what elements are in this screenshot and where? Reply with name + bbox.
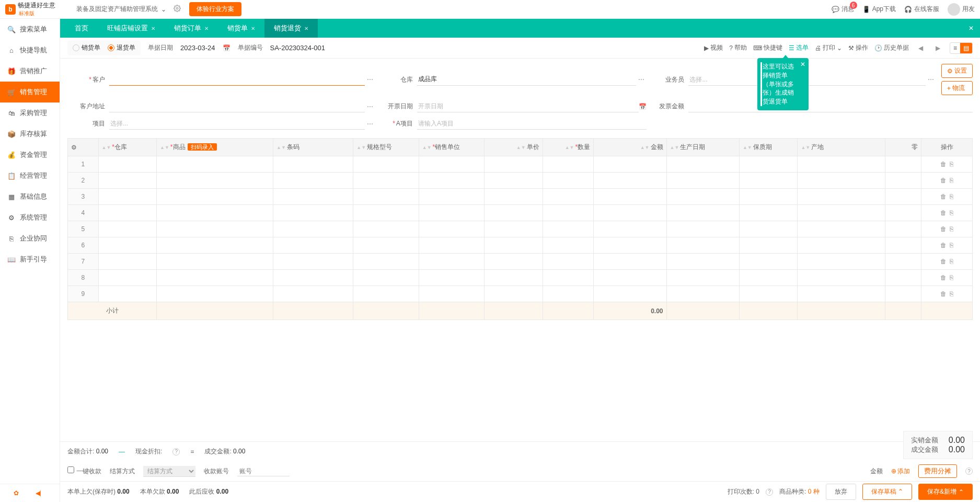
help-icon[interactable]: ? [965, 467, 973, 475]
message-button[interactable]: 💬 消息 6 [832, 5, 854, 14]
tab-shop-settings[interactable]: 旺铺店铺设置✕ [98, 19, 165, 38]
lookup-icon[interactable]: ⋯ [636, 76, 647, 83]
sidebar-item-nav[interactable]: ⌂快捷导航 [0, 40, 60, 61]
settings-icon[interactable]: ✿ [14, 489, 19, 497]
col-unit[interactable]: ▲▼*销售单位 [419, 139, 484, 156]
close-icon[interactable]: ✕ [204, 26, 209, 31]
invoice-date-input[interactable] [417, 100, 639, 112]
account-input[interactable] [237, 466, 290, 476]
fee-share-button[interactable]: 费用分摊 [918, 464, 957, 478]
copy-icon[interactable]: ⎘ [950, 177, 953, 184]
radio-sale[interactable]: 销货单 [73, 43, 100, 52]
col-spec[interactable]: ▲▼规格型号 [353, 139, 419, 156]
view-list-button[interactable]: ≡ [950, 43, 960, 53]
delete-icon[interactable]: 🗑 [940, 274, 947, 281]
copy-icon[interactable]: ⎘ [950, 225, 953, 233]
sidebar-item-guide[interactable]: 📖新手引导 [0, 249, 60, 270]
system-dropdown[interactable]: 装备及固定资产辅助管理系统 ⌄ [76, 5, 166, 14]
video-button[interactable]: ▶视频 [704, 43, 723, 52]
table-row[interactable]: 4🗑⎘ [68, 205, 973, 221]
tab-sales-return[interactable]: 销货退货✕ [264, 19, 318, 38]
address-input[interactable] [109, 100, 365, 112]
radio-return[interactable]: 退货单 [108, 43, 135, 52]
app-download-button[interactable]: 📱 App下载 [862, 5, 896, 14]
delete-icon[interactable]: 🗑 [940, 177, 947, 184]
close-icon[interactable]: ✕ [151, 26, 155, 31]
project-input[interactable] [109, 118, 365, 130]
delete-icon[interactable]: 🗑 [940, 193, 947, 200]
delete-icon[interactable]: 🗑 [940, 161, 947, 168]
save-new-button[interactable]: 保存&新增 ⌃ [918, 484, 973, 500]
table-row[interactable]: 7🗑⎘ [68, 254, 973, 270]
col-qty[interactable]: ▲▼*数量 [543, 139, 594, 156]
tab-sales-order[interactable]: 销货订单✕ [165, 19, 218, 38]
copy-icon[interactable]: ⎘ [950, 193, 953, 200]
sidebar-item-system[interactable]: ⚙系统管理 [0, 207, 60, 228]
copy-icon[interactable]: ⎘ [950, 258, 953, 265]
copy-icon[interactable]: ⎘ [950, 290, 953, 298]
view-form-button[interactable]: ▤ [960, 43, 972, 53]
experience-button[interactable]: 体验行业方案 [189, 2, 241, 16]
lookup-icon[interactable]: ⋯ [365, 76, 375, 83]
customer-input[interactable] [109, 74, 365, 86]
sidebar-item-search[interactable]: 🔍搜索菜单 [0, 19, 60, 40]
select-button[interactable]: ☰选单 这里可以选择销货单（单张或多张）生成销货退货单 ✕ [789, 43, 809, 52]
col-price[interactable]: ▲▼单价 [485, 139, 543, 156]
discard-button[interactable]: 放弃 [826, 484, 856, 500]
delete-icon[interactable]: 🗑 [940, 209, 947, 216]
online-service-button[interactable]: 🎧 在线客服 [904, 5, 939, 14]
gear-icon[interactable] [174, 5, 181, 14]
calendar-icon[interactable]: 📅 [639, 103, 647, 110]
tooltip-close-icon[interactable]: ✕ [800, 60, 805, 69]
col-product[interactable]: ▲▼*商品扫码录入 [157, 139, 273, 156]
col-warehouse[interactable]: ▲▼*仓库 [98, 139, 156, 156]
col-amount[interactable]: ▲▼金额 [594, 139, 666, 156]
help-icon[interactable]: ? [766, 488, 773, 496]
tab-home[interactable]: 首页 [65, 19, 98, 38]
oneclick-checkbox[interactable]: 一键收款 [67, 466, 101, 476]
user-menu[interactable]: 用友 [948, 3, 975, 16]
column-settings[interactable]: ⚙ [68, 139, 99, 156]
col-barcode[interactable]: ▲▼条码 [273, 139, 353, 156]
history-button[interactable]: 🕑历史单据 [874, 43, 909, 52]
close-icon[interactable]: ✕ [251, 26, 255, 31]
lookup-icon[interactable]: ⋯ [926, 76, 936, 83]
table-row[interactable]: 2🗑⎘ [68, 173, 973, 189]
copy-icon[interactable]: ⎘ [950, 242, 953, 249]
save-draft-button[interactable]: 保存草稿 ⌃ [862, 484, 912, 500]
col-shelf[interactable]: ▲▼保质期 [739, 139, 797, 156]
sidebar-item-basic[interactable]: ▦基础信息 [0, 186, 60, 207]
col-spare[interactable]: 零 [885, 139, 921, 156]
lookup-icon[interactable]: ⋯ [365, 103, 375, 110]
delete-icon[interactable]: 🗑 [940, 225, 947, 233]
sidebar-item-marketing[interactable]: 🎁营销推广 [0, 61, 60, 82]
help-icon[interactable]: ? [172, 448, 180, 455]
close-all-tabs[interactable]: ✕ [962, 25, 980, 32]
aproject-input[interactable] [417, 118, 647, 130]
table-row[interactable]: 3🗑⎘ [68, 189, 973, 205]
sidebar-item-collab[interactable]: ⎘企业协同 [0, 228, 60, 249]
calendar-icon[interactable]: 📅 [223, 44, 230, 52]
tab-sales-doc[interactable]: 销货单✕ [218, 19, 264, 38]
invoice-amount-input[interactable] [688, 100, 973, 112]
next-doc-button[interactable]: ▶ [932, 43, 943, 53]
col-origin[interactable]: ▲▼产地 [798, 139, 885, 156]
add-payment-button[interactable]: ⊕添加 [891, 467, 910, 476]
operate-button[interactable]: ⚒操作 [848, 43, 868, 52]
date-value[interactable]: 2023-03-24 [180, 44, 215, 52]
delete-icon[interactable]: 🗑 [940, 290, 947, 298]
scan-badge[interactable]: 扫码录入 [188, 143, 217, 151]
table-row[interactable]: 5🗑⎘ [68, 221, 973, 237]
collapse-icon[interactable]: ◀⎸ [36, 489, 46, 497]
delete-icon[interactable]: 🗑 [940, 258, 947, 265]
sidebar-item-inventory[interactable]: 📦库存核算 [0, 123, 60, 144]
settle-select[interactable]: 结算方式 [143, 466, 195, 477]
lookup-icon[interactable]: ⋯ [365, 120, 375, 128]
sidebar-item-purchase[interactable]: 🛍采购管理 [0, 102, 60, 123]
sidebar-item-finance[interactable]: 💰资金管理 [0, 144, 60, 165]
delete-icon[interactable]: 🗑 [940, 242, 947, 249]
copy-icon[interactable]: ⎘ [950, 209, 953, 216]
close-icon[interactable]: ✕ [304, 26, 308, 31]
sidebar-item-business[interactable]: 📋经营管理 [0, 165, 60, 186]
sidebar-item-sales[interactable]: 🛒销售管理 [0, 82, 60, 102]
